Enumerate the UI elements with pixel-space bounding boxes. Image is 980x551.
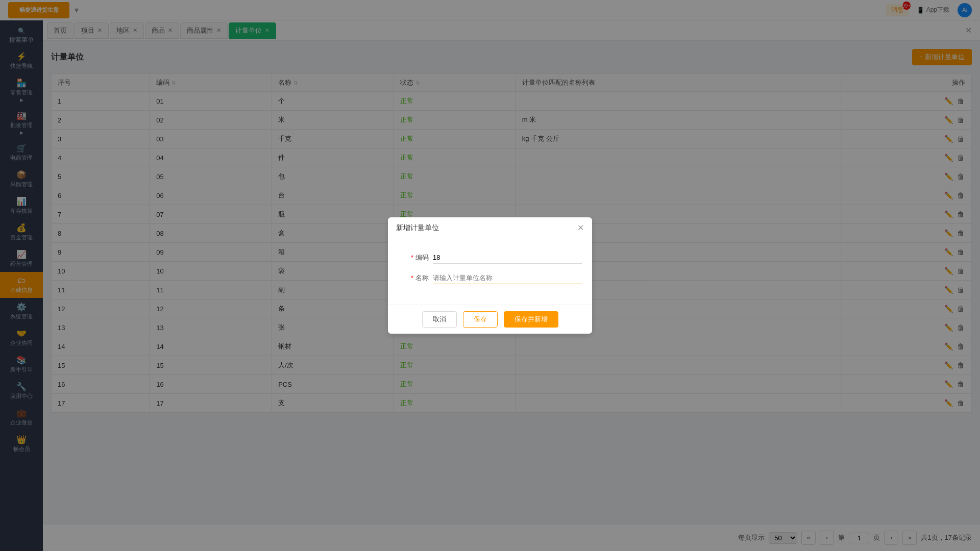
- save-and-new-button[interactable]: 保存并新增: [504, 311, 558, 328]
- save-button[interactable]: 保存: [463, 311, 498, 328]
- modal-close-button[interactable]: ✕: [577, 224, 584, 232]
- modal-overlay: 新增计量单位 ✕ *编码 *名称 取消 保存 保存并新增: [0, 0, 980, 551]
- modal-title: 新增计量单位: [396, 223, 439, 233]
- modal-footer: 取消 保存 保存并新增: [388, 305, 592, 334]
- code-form-row: *编码: [398, 252, 582, 264]
- add-unit-modal: 新增计量单位 ✕ *编码 *名称 取消 保存 保存并新增: [388, 217, 592, 334]
- name-label: *名称: [398, 273, 429, 283]
- cancel-button[interactable]: 取消: [422, 311, 457, 328]
- code-required-mark: *: [411, 254, 413, 261]
- modal-body: *编码 *名称: [388, 239, 592, 305]
- code-input[interactable]: [433, 252, 582, 264]
- name-form-row: *名称: [398, 272, 582, 284]
- name-required-mark: *: [411, 274, 413, 282]
- code-label: *编码: [398, 253, 429, 262]
- modal-header: 新增计量单位 ✕: [388, 217, 592, 239]
- name-input[interactable]: [433, 272, 582, 284]
